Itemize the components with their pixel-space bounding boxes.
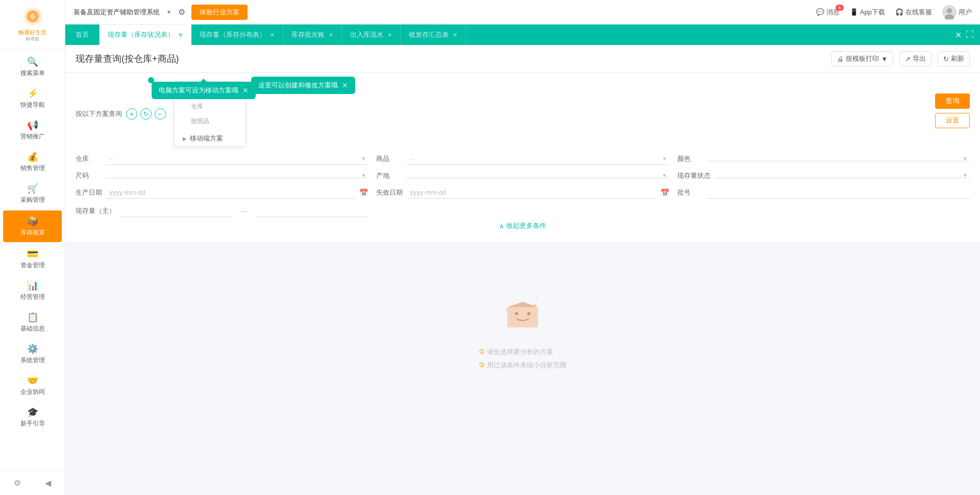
sidebar-item-system[interactable]: ⚙️ 系统管理: [0, 338, 65, 370]
produce-date-calendar-icon[interactable]: 📅: [359, 188, 368, 197]
sidebar-item-inventory[interactable]: 📦 库存核算: [3, 210, 62, 242]
sidebar-item-finance-label: 资金管理: [20, 261, 45, 270]
tab-batch-account[interactable]: 库存批次账 ✕: [283, 25, 342, 45]
enterprise-nav-icon: 🤝: [27, 375, 38, 386]
goods-arrow-icon: ▼: [662, 156, 667, 161]
stock-main-start-input[interactable]: [119, 205, 232, 217]
filter-batch: 批号: [677, 186, 970, 199]
tab-inventory-status[interactable]: 现存量（库存状况表） ✕: [100, 25, 191, 45]
maximize-tab-icon[interactable]: ⛶: [966, 30, 974, 39]
empty-tip-2: ② 用过滤条件来缩小分析范围: [479, 359, 567, 372]
page-title: 现存量查询(按仓库+商品): [76, 53, 179, 65]
sidebar-item-finance[interactable]: 💳 资金管理: [0, 243, 65, 275]
filter-origin: 产地 ▼: [376, 171, 669, 180]
expire-date-label: 失效日期: [376, 188, 403, 197]
user-item[interactable]: 用户: [942, 5, 972, 19]
tab-inventory-dist-label: 现存量（库存分布表）: [200, 30, 266, 39]
online-support-item[interactable]: 🎧 在线客服: [895, 8, 932, 17]
nav-menu: 🔍 搜索菜单 ⚡ 快捷导航 📢 营销推广 💰 销售管理 🛒 采购管理 📦 库存核…: [0, 49, 65, 470]
scheme-sub-goods[interactable]: 按照品: [175, 114, 245, 129]
reset-button[interactable]: 设置: [935, 113, 970, 128]
export-button[interactable]: ↗ 导出: [899, 51, 932, 66]
tab-batch-account-close[interactable]: ✕: [329, 32, 333, 38]
back-scheme-btn[interactable]: ←: [155, 108, 166, 120]
svg-text:✦: ✦: [533, 302, 537, 308]
svg-text:6: 6: [31, 12, 35, 20]
page-actions: 🖨 按模板打印 ▼ ↗ 导出 ↻ 刷新: [831, 51, 970, 66]
sidebar-item-basics-label: 基础信息: [20, 324, 45, 333]
batch-input[interactable]: [707, 186, 970, 199]
filter-expire-date: 失效日期 📅: [376, 186, 669, 199]
sidebar-item-sales[interactable]: 💰 销售管理: [0, 146, 65, 178]
color-select-wrap[interactable]: ▼: [707, 157, 970, 161]
refresh-button[interactable]: ↻ 刷新: [938, 51, 970, 66]
sidebar-item-operations[interactable]: 📊 经营管理: [0, 275, 65, 307]
filter-header: 按以下方案查询 + ↻ ← 电脑方案可设为移动方案哦 ✕: [76, 81, 970, 147]
filter-color: 颜色 ▼: [677, 154, 970, 163]
sidebar-item-system-label: 系统管理: [20, 356, 45, 365]
stock-status-select-wrap[interactable]: ▼: [715, 174, 970, 178]
sidebar-item-quick-label: 快捷导航: [20, 101, 45, 109]
sales-nav-icon: 💰: [27, 151, 38, 162]
warehouse-select-wrap[interactable]: ··· ▼: [105, 153, 368, 165]
tab-inventory-dist[interactable]: 现存量（库存分布表） ✕: [191, 25, 283, 45]
tab-home-label: 首页: [76, 30, 89, 39]
filter-stock-status: 现存量状态 ▼: [677, 171, 970, 180]
svg-text:✦: ✦: [505, 309, 508, 313]
stock-main-end-input[interactable]: [255, 205, 368, 217]
sidebar-item-guide[interactable]: 🎓 新手引导: [0, 402, 65, 433]
origin-arrow-icon: ▼: [662, 173, 667, 178]
collapse-sidebar-icon[interactable]: ◀: [41, 476, 55, 490]
edit-scheme-btn[interactable]: ↻: [140, 108, 152, 120]
tab-recv-summary[interactable]: 收发存汇总表 ✕: [401, 25, 466, 45]
tooltip2-close-icon[interactable]: ✕: [342, 81, 348, 89]
print-button[interactable]: 🖨 按模板打印 ▼: [831, 51, 893, 66]
sidebar-item-marketing[interactable]: 📢 营销推广: [0, 114, 65, 146]
header-right: 💬 消息 6 📱 App下载 🎧 在线客服: [816, 5, 972, 19]
size-arrow-icon: ▼: [361, 173, 366, 178]
sidebar-item-operations-label: 经营管理: [20, 293, 45, 301]
trial-button[interactable]: 体验行业方案: [191, 5, 248, 20]
tab-in-out-flow-close[interactable]: ✕: [387, 32, 392, 38]
collapse-filter-btn[interactable]: ∧ 收起更多条件: [76, 217, 970, 234]
message-item[interactable]: 💬 消息 6: [816, 8, 840, 17]
expire-date-input[interactable]: [407, 186, 656, 199]
goods-select-wrap[interactable]: ··· ▼: [406, 153, 669, 165]
content-area: 现存量查询(按仓库+商品) 🖨 按模板打印 ▼ ↗ 导出 ↻ 刷新: [65, 45, 980, 495]
origin-select-wrap[interactable]: ▼: [406, 174, 669, 178]
sidebar-item-quick[interactable]: ⚡ 快捷导航: [0, 83, 65, 114]
close-tab-icon[interactable]: ✕: [955, 30, 962, 40]
tooltip1-text: 电脑方案可设为移动方案哦: [159, 86, 238, 95]
settings-bottom-icon[interactable]: ⚙: [10, 476, 25, 490]
purchase-nav-icon: 🛒: [27, 183, 38, 194]
sidebar-item-purchase[interactable]: 🛒 采购管理: [0, 178, 65, 209]
sidebar-item-search[interactable]: 🔍 搜索菜单: [0, 51, 65, 83]
tab-inventory-dist-close[interactable]: ✕: [270, 32, 275, 38]
app-download-item[interactable]: 📱 App下载: [850, 8, 885, 17]
guide-nav-icon: 🎓: [27, 407, 38, 418]
add-scheme-btn[interactable]: +: [126, 108, 137, 120]
system-title: 装备及固定资产辅助管理系统: [74, 8, 160, 17]
sidebar-bottom: ⚙ ◀: [0, 470, 65, 495]
tab-recv-summary-close[interactable]: ✕: [453, 32, 457, 38]
produce-date-input[interactable]: [106, 186, 355, 199]
tab-in-out-flow[interactable]: 出入库流水 ✕: [342, 25, 401, 45]
headset-icon: 🎧: [895, 8, 903, 16]
scheme-mobile-item[interactable]: ▶ 移动端方案: [175, 131, 245, 146]
inventory-nav-icon: 📦: [27, 216, 38, 227]
scheme-sub-warehouse[interactable]: 仓库: [175, 99, 245, 114]
search-button[interactable]: 查询: [935, 93, 970, 109]
produce-date-label: 生产日期: [76, 188, 102, 197]
tab-home[interactable]: 首页: [65, 25, 100, 45]
settings-gear-icon[interactable]: ⚙: [178, 7, 185, 17]
system-dropdown-icon[interactable]: ▼: [166, 9, 172, 16]
empty-tip-1: ① 请先选择要分析的方案: [479, 345, 567, 359]
sidebar-item-enterprise-label: 企业协同: [20, 388, 45, 396]
size-select-wrap[interactable]: ▼: [105, 174, 368, 178]
sidebar-item-basics[interactable]: 📋 基础信息: [0, 307, 65, 338]
expire-date-calendar-icon[interactable]: 📅: [660, 188, 669, 197]
batch-label: 批号: [677, 188, 703, 197]
stock-status-label: 现存量状态: [677, 171, 710, 180]
sidebar-item-enterprise[interactable]: 🤝 企业协同: [0, 370, 65, 402]
tab-inventory-status-close[interactable]: ✕: [178, 32, 183, 38]
